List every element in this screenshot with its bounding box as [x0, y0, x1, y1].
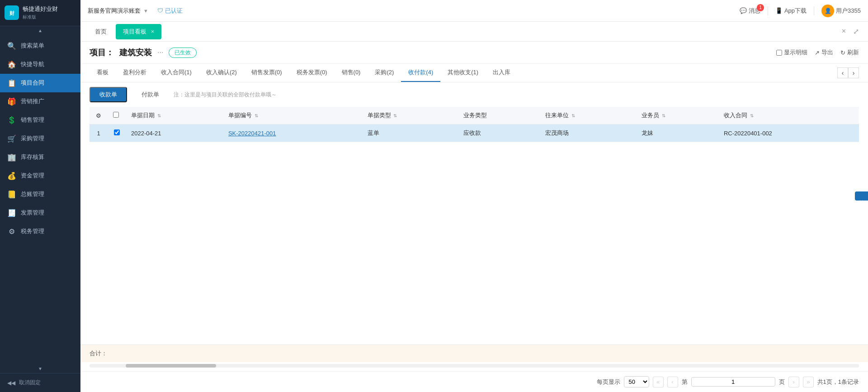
td-checkbox[interactable]: [108, 124, 126, 142]
td-partner: 宏茂商场: [540, 124, 636, 142]
th-contract-sort-icon[interactable]: ⇅: [750, 113, 754, 118]
first-page-button[interactable]: «: [653, 377, 664, 387]
app-version: 标准版: [23, 14, 58, 20]
sidebar-item-8[interactable]: 📒总账管理: [0, 185, 80, 204]
user-menu[interactable]: 👤 用户3355: [821, 5, 861, 17]
sidebar-item-7[interactable]: 💰资金管理: [0, 167, 80, 185]
sub-tab-purchase[interactable]: 采购(2): [368, 64, 401, 82]
tab-home[interactable]: 首页: [88, 24, 114, 39]
user-label: 用户3355: [836, 7, 861, 15]
receipt-table-container: ⚙ 单据日期 ⇅ 单据编号 ⇅: [80, 107, 868, 344]
prev-page-button[interactable]: ‹: [667, 377, 678, 387]
phone-icon: 📱: [775, 7, 783, 14]
refresh-button[interactable]: ↻ 刷新: [840, 48, 859, 57]
th-bill-type-sort-icon[interactable]: ⇅: [393, 113, 397, 118]
nav-label-1: 快捷导航: [21, 60, 44, 68]
tab-project-board[interactable]: 项目看板 ×: [116, 24, 161, 39]
th-bill-type: 单据类型 ⇅: [362, 107, 458, 124]
scrollbar-thumb[interactable]: [126, 364, 216, 368]
th-date-label: 单据日期: [131, 112, 155, 119]
nav-label-4: 销售管理: [21, 116, 44, 124]
table-body: 1 2022-04-21 SK-20220421-001 蓝单 应收款 宏茂商场: [90, 124, 859, 142]
sub-tab-kanban[interactable]: 看板: [90, 64, 116, 82]
show-detail-checkbox[interactable]: [776, 50, 782, 56]
project-more-icon[interactable]: ···: [157, 48, 163, 57]
th-bill-no-label: 单据编号: [228, 112, 252, 119]
tab-project-board-label: 项目看板: [123, 28, 146, 35]
per-page-select[interactable]: 50 20 100: [624, 376, 649, 387]
sub-tab-tax-invoice[interactable]: 税务发票(0): [289, 64, 335, 82]
select-all-checkbox[interactable]: [113, 112, 119, 118]
sidebar-header: 财 畅捷通好业财 标准版: [0, 0, 80, 26]
sub-tab-next-icon[interactable]: ›: [848, 67, 859, 78]
th-checkbox[interactable]: [108, 107, 126, 124]
nav-icon-3: 🎁: [7, 97, 16, 106]
sub-tab-inventory[interactable]: 出入库: [486, 64, 518, 82]
export-label: 导出: [821, 48, 833, 57]
app-download-button[interactable]: 📱 App下载: [775, 7, 807, 15]
page-prefix-label: 第: [682, 378, 688, 386]
show-detail-toggle[interactable]: 显示明细: [776, 48, 807, 57]
sidebar-item-0[interactable]: 🔍搜索菜单: [0, 37, 80, 55]
sidebar-item-4[interactable]: 💲销售管理: [0, 111, 80, 129]
certified-badge: 🛡 已认证: [157, 7, 183, 15]
row-checkbox[interactable]: [114, 129, 120, 135]
sidebar-item-5[interactable]: 🛒采购管理: [0, 129, 80, 148]
th-date: 单据日期 ⇅: [126, 107, 223, 124]
sidebar-item-10[interactable]: ⚙税务管理: [0, 222, 80, 241]
message-button[interactable]: 💬 消息 1: [740, 7, 760, 15]
horizontal-scrollbar[interactable]: [80, 362, 868, 371]
sidebar-item-1[interactable]: 🏠快捷导航: [0, 55, 80, 74]
topbar-divider-2: [814, 6, 814, 15]
receipt-tab-income[interactable]: 收款单: [90, 87, 127, 102]
scrollbar-track[interactable]: [90, 364, 859, 368]
next-page-button[interactable]: ›: [788, 377, 799, 387]
sidebar-item-9[interactable]: 🧾发票管理: [0, 204, 80, 222]
shield-icon: 🛡: [157, 7, 163, 14]
sidebar-item-2[interactable]: 📋项目合同: [0, 74, 80, 92]
th-partner-sort-icon[interactable]: ⇅: [571, 113, 575, 118]
close-window-icon[interactable]: ×: [840, 25, 848, 38]
receipt-type-tabs: 收款单 付款单 注：这里是与项目关联的全部收付款单哦～: [80, 82, 868, 107]
nav-label-0: 搜索菜单: [21, 42, 44, 50]
sub-tab-other-income[interactable]: 其他收支(1): [440, 64, 486, 82]
sub-tab-income-contract[interactable]: 收入合同(1): [154, 64, 199, 82]
current-page-input[interactable]: [691, 377, 775, 387]
th-bill-no-sort-icon[interactable]: ⇅: [255, 113, 258, 118]
sub-tab-profit[interactable]: 盈利分析: [116, 64, 154, 82]
total-info: 共1页，1条记录: [817, 378, 859, 386]
table-row[interactable]: 1 2022-04-21 SK-20220421-001 蓝单 应收款 宏茂商场: [90, 124, 859, 142]
sidebar-item-6[interactable]: 🏢库存核算: [0, 148, 80, 167]
th-date-sort-icon[interactable]: ⇅: [157, 113, 161, 118]
workspace-arrow-icon: ▼: [143, 8, 148, 14]
page-suffix-label: 页: [779, 378, 785, 386]
sidebar-footer-unpin[interactable]: ◀◀ 取消固定: [0, 373, 80, 392]
sidebar-scroll-down[interactable]: ▼: [0, 364, 80, 373]
settings-icon[interactable]: ⚙: [96, 112, 101, 119]
sub-tab-receipt-payment[interactable]: 收付款(4): [401, 64, 440, 82]
receipt-tab-payment[interactable]: 付款单: [132, 88, 168, 101]
th-biz-type: 业务类型: [458, 107, 540, 124]
message-badge: 1: [757, 4, 764, 11]
sidebar-item-3[interactable]: 🎁营销推广: [0, 92, 80, 111]
th-salesperson-sort-icon[interactable]: ⇅: [662, 113, 665, 118]
sub-tab-sales-invoice[interactable]: 销售发票(0): [244, 64, 289, 82]
project-actions: 显示明细 ↗ 导出 ↻ 刷新: [776, 48, 859, 57]
workspace-selector[interactable]: 新服务官网演示账套 ▼: [88, 7, 148, 15]
feedback-button[interactable]: 反馈: [855, 191, 868, 201]
last-page-button[interactable]: »: [803, 377, 814, 387]
sidebar-scroll-up[interactable]: ▲: [0, 26, 80, 35]
sub-tab-sales[interactable]: 销售(0): [335, 64, 368, 82]
th-settings[interactable]: ⚙: [90, 107, 108, 124]
export-button[interactable]: ↗ 导出: [815, 48, 833, 57]
bill-no-link[interactable]: SK-20220421-001: [228, 130, 276, 137]
resize-window-icon[interactable]: ⤢: [851, 25, 861, 38]
tabbar: 首页 项目看板 × × ⤢: [80, 22, 868, 42]
nav-label-9: 发票管理: [21, 209, 44, 217]
td-bill-no[interactable]: SK-20220421-001: [223, 124, 362, 142]
sub-tab-prev-icon[interactable]: ‹: [837, 67, 848, 78]
topbar-right: 💬 消息 1 📱 App下载 👤 用户3355: [740, 5, 861, 17]
pagination: 每页显示 50 20 100 « ‹ 第 页 › » 共1页，1条记录: [80, 371, 868, 392]
sub-tab-income-confirm[interactable]: 收入确认(2): [199, 64, 244, 82]
tab-close-icon[interactable]: ×: [151, 28, 155, 35]
